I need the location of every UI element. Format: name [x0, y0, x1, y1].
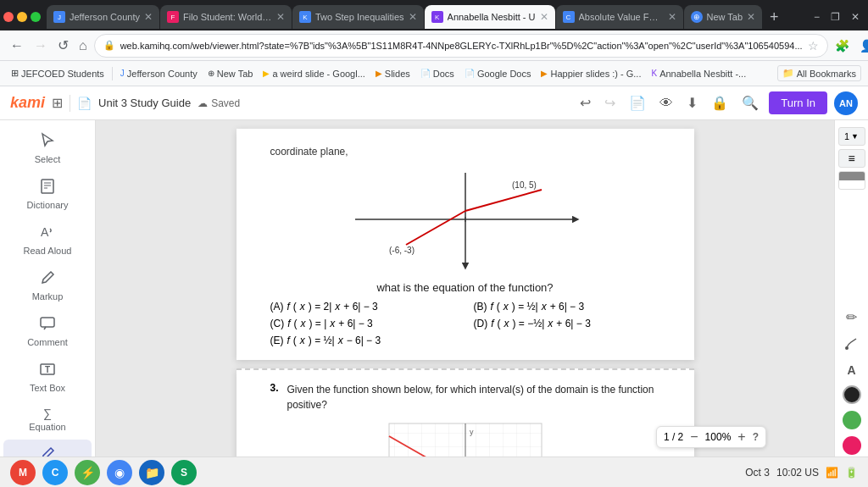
turn-in-button[interactable]: Turn In [769, 91, 827, 114]
svg-line-16 [406, 211, 465, 245]
svg-point-27 [845, 346, 849, 350]
saved-label: Saved [211, 97, 240, 109]
address-text: web.kamihq.com/web/viewer.html?state=%7B… [120, 41, 803, 51]
tab-close-icon[interactable]: ✕ [747, 11, 755, 23]
taskbar-icon-meet[interactable]: M [10, 460, 36, 485]
share-button[interactable]: 🔒 [708, 91, 732, 114]
bookmark-separator [112, 67, 113, 80]
redo-button[interactable]: ↪ [601, 91, 619, 114]
restore-button[interactable]: ❐ [826, 11, 845, 23]
address-bar[interactable]: 🔒 web.kamihq.com/web/viewer.html?state=%… [94, 34, 828, 58]
svg-text:A: A [41, 225, 49, 239]
answer-b: (B) f(x) = ½|x + 6| − 3 [474, 301, 660, 313]
tab-close-icon[interactable]: ✕ [144, 11, 153, 23]
answer-e: (E) f(x) = ½|x − 6| − 3 [270, 335, 457, 346]
bookmark-apps[interactable]: ⊞JEFCOED Students [7, 66, 108, 80]
zoom-level: 100% [705, 431, 732, 443]
color-swatch-pink[interactable] [843, 436, 861, 455]
sidebar-item-markup[interactable]: Markup [3, 263, 92, 307]
sidebar-item-select[interactable]: Select [3, 126, 92, 170]
taskbar-icon-chrome[interactable]: ◉ [107, 460, 132, 485]
tab-new-tab[interactable]: ⊕ New Tab ✕ [684, 5, 763, 29]
kami-logo: kami [10, 94, 45, 112]
tab-inequalities[interactable]: K Two Step Inequalities ✕ [292, 5, 424, 29]
close-window-button[interactable]: ✕ [846, 11, 865, 23]
sidebar-label: Comment [27, 337, 68, 347]
reload-button[interactable]: ↺ [54, 34, 72, 58]
tab-jefferson-county[interactable]: J Jefferson County ✕ [47, 5, 159, 29]
saved-indicator: ☁ Saved [198, 97, 240, 109]
bookmark-all[interactable]: 📁All Bookmarks [777, 65, 861, 81]
kami-grid-icon[interactable]: ⊞ [52, 95, 63, 111]
back-button[interactable]: ← [7, 34, 27, 58]
left-sidebar: Select Dictionary A Read Aloud Markup Co… [0, 120, 96, 487]
forward-button[interactable]: → [31, 34, 51, 58]
tab-annabella-active[interactable]: K Annabella Nesbitt - U ✕ [425, 5, 555, 29]
zoom-in-button[interactable]: + [736, 429, 747, 445]
home-button[interactable]: ⌂ [75, 34, 91, 58]
bookmark-jefferson[interactable]: JJefferson County [116, 67, 202, 80]
minimize-button[interactable]: − [809, 11, 825, 23]
bookmark-happier[interactable]: ▶Happier slides :) - G... [537, 67, 645, 80]
sidebar-label: Select [35, 154, 61, 164]
sidebar-item-read-aloud[interactable]: A Read Aloud [3, 218, 92, 262]
taskbar: M C ⚡ ◉ 📁 S Oct 3 10:02 US 📶 🔋 [0, 457, 868, 487]
star-icon[interactable]: ☆ [808, 39, 819, 53]
undo-button[interactable]: ↩ [576, 91, 594, 114]
tab-close-icon[interactable]: ✕ [668, 11, 676, 23]
function-graph: (-6, -3) (10, 5) [338, 164, 593, 274]
taskbar-time: 10:02 US [776, 467, 819, 479]
avatar[interactable]: AN [834, 91, 858, 115]
doc-page-1: coordinate plane, [236, 129, 694, 360]
number-selector[interactable]: 1 ▼ [838, 127, 865, 146]
color-swatch-dark[interactable] [843, 385, 861, 404]
zoom-out-button[interactable]: − [688, 429, 699, 445]
tab-close-icon[interactable]: ✕ [276, 11, 285, 23]
svg-text:y: y [470, 428, 474, 436]
view-button[interactable]: 👁 [656, 92, 676, 114]
sidebar-item-text-box[interactable]: T Text Box [3, 355, 92, 399]
drawing-pencil-icon[interactable]: ✏ [843, 306, 860, 329]
wifi-icon: 📶 [826, 467, 838, 479]
sidebar-item-equation[interactable]: ∑ Equation [3, 401, 92, 438]
lines-selector[interactable]: ≡ [838, 149, 865, 168]
color-preview [838, 171, 865, 190]
extensions-button[interactable]: 🧩 [832, 34, 853, 58]
kami-header: kami ⊞ 📄 Unit 3 Study Guide ☁ Saved ↩ ↪ … [0, 86, 868, 120]
bookmark-weird-slide[interactable]: ▶a weird slide - Googl... [259, 67, 369, 80]
lock-icon: 🔒 [103, 40, 115, 51]
tab-close-icon[interactable]: ✕ [409, 11, 417, 23]
tab-close-icon[interactable]: ✕ [540, 11, 548, 23]
battery-icon: 🔋 [845, 467, 858, 479]
bookmark-newtab[interactable]: ⊕New Tab [203, 67, 258, 80]
comment-icon [39, 315, 56, 335]
text-tool-icon[interactable]: A [843, 360, 859, 380]
new-tab-button[interactable]: + [763, 8, 786, 26]
sidebar-item-dictionary[interactable]: Dictionary [3, 172, 92, 216]
search-button[interactable]: 🔍 [738, 91, 762, 114]
bookmark-annabella[interactable]: KAnnabella Nesbitt -... [647, 67, 750, 80]
taskbar-icon-classroom[interactable]: C [42, 460, 68, 485]
bookmark-slides[interactable]: ▶Slides [371, 67, 415, 80]
document-area: coordinate plane, [96, 120, 834, 487]
taskbar-icon-files[interactable]: 📁 [139, 460, 164, 485]
taskbar-icon-account[interactable]: S [171, 460, 197, 485]
sidebar-label: Markup [32, 291, 64, 302]
taskbar-icon-extensions[interactable]: ⚡ [75, 460, 100, 485]
doc-title-icon: 📄 [77, 97, 92, 110]
question-2-text: what is the equation of the function? [270, 281, 660, 294]
doc-icon-button[interactable]: 📄 [626, 91, 649, 114]
brush-icon[interactable] [841, 332, 863, 357]
help-button[interactable]: ? [753, 431, 759, 443]
bookmark-docs[interactable]: 📄Docs [416, 67, 459, 80]
tab-filo[interactable]: F Filo Student: World's C ✕ [160, 5, 292, 29]
tab-label: Absolute Value Funct [579, 12, 664, 22]
profile-button[interactable]: 👤 [856, 34, 868, 58]
download-button[interactable]: ⬇ [683, 91, 701, 114]
sidebar-item-comment[interactable]: Comment [3, 309, 92, 353]
select-icon [39, 132, 56, 152]
tab-absolute-value[interactable]: C Absolute Value Funct ✕ [556, 5, 683, 29]
bookmark-google-docs[interactable]: 📄Google Docs [460, 67, 536, 80]
color-swatch-green[interactable] [843, 411, 861, 429]
text-box-icon: T [39, 361, 56, 381]
